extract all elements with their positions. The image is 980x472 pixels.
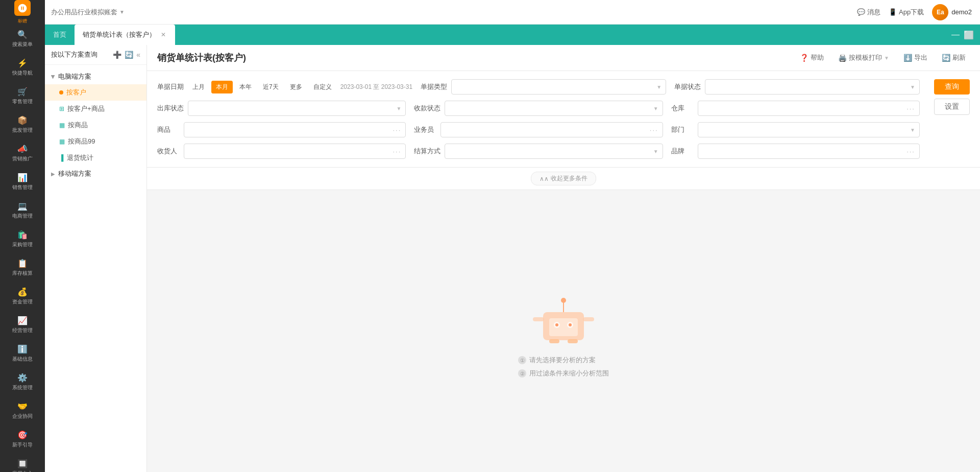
refresh-scheme-button[interactable]: 🔄 — [125, 51, 133, 59]
doc-type-select[interactable]: ▼ — [451, 79, 666, 95]
main-area: 按以下方案查询 ➕ 🔄 « ▶ 电脑端方案 按客户 — [45, 45, 980, 472]
empty-hint-label-1: 请先选择要分析的方案 — [529, 356, 596, 365]
sidebar-item-ecommerce[interactable]: 💻 电商管理 — [0, 196, 45, 225]
marketing-icon: 📣 — [17, 144, 28, 154]
tab-home[interactable]: 首页 — [45, 25, 75, 45]
app-download-label: App下载 — [899, 8, 924, 17]
tree-item-label: 按客户+商品 — [67, 104, 105, 113]
sidebar-item-newbie[interactable]: 🎯 新手引导 — [0, 425, 45, 454]
dept-label: 部门 — [671, 125, 694, 134]
date-btn-last-month[interactable]: 上月 — [188, 81, 209, 93]
refresh-button[interactable]: 🔄 刷新 — [938, 51, 970, 64]
sales-mgmt-icon: 📊 — [17, 173, 28, 182]
sidebar-item-system[interactable]: ⚙️ 系统管理 — [0, 368, 45, 396]
date-btn-custom[interactable]: 自定义 — [309, 81, 336, 93]
industry-name: 办公用品行业模拟账套 — [51, 8, 117, 17]
print-chevron-icon: ▼ — [884, 55, 889, 61]
sidebar-item-finance[interactable]: 💰 资金管理 — [0, 282, 45, 311]
print-button[interactable]: 🖨️ 按模板打印 ▼ — [834, 51, 893, 64]
maximize-icon[interactable]: ⬜ — [964, 30, 974, 40]
tree-children-pc: 按客户 ⊞ 按客户+商品 ▦ 按商品 ▦ 按商品99 ▐ — [45, 84, 146, 166]
logo-icon — [14, 0, 31, 16]
sidebar-item-appstore[interactable]: 🔲 应用中心 — [0, 454, 45, 472]
dept-select[interactable]: ▼ — [698, 122, 920, 137]
sidebar-item-retail[interactable]: 🛒 零售管理 — [0, 82, 45, 110]
sidebar-item-inventory[interactable]: 📋 库存核算 — [0, 253, 45, 282]
sidebar-item-label: 企业协同 — [12, 413, 33, 420]
date-btn-more[interactable]: 更多 — [285, 81, 307, 93]
collab-icon: 🤝 — [17, 402, 28, 411]
sidebar-item-marketing[interactable]: 📣 营销推广 — [0, 139, 45, 168]
sidebar-item-search[interactable]: 🔍 搜索菜单 — [0, 25, 45, 53]
date-range-display: 2023-03-01 至 2023-03-31 — [340, 83, 412, 91]
collapse-bar: ∧∧ 收起更多条件 — [147, 168, 980, 190]
sidebar-item-purchase[interactable]: 🛍️ 采购管理 — [0, 225, 45, 253]
date-btn-7days[interactable]: 近7天 — [258, 81, 283, 93]
svg-rect-1 — [549, 318, 578, 336]
sidebar-item-label: 电商管理 — [12, 213, 33, 220]
tree-group-pc-header[interactable]: ▶ 电脑端方案 — [45, 69, 146, 84]
svg-point-7 — [561, 298, 566, 303]
collapse-panel-button[interactable]: « — [136, 51, 140, 59]
appstore-icon: 🔲 — [17, 459, 28, 468]
app-download-button[interactable]: 📱 App下载 — [889, 8, 924, 17]
export-button[interactable]: ⬇️ 导出 — [899, 51, 932, 64]
sidebar-item-wholesale[interactable]: 📦 批发管理 — [0, 110, 45, 139]
bar-icon: ▐ — [59, 154, 64, 161]
payment-label: 结算方式 — [414, 147, 440, 156]
tree-item-return-stat[interactable]: ▐ 退货统计 — [45, 150, 146, 166]
sidebar-item-collab[interactable]: 🤝 企业协同 — [0, 396, 45, 425]
tab-close-icon[interactable]: ✕ — [160, 30, 167, 39]
sidebar-item-sales-mgmt[interactable]: 📊 销售管理 — [0, 168, 45, 196]
collapse-label: 收起更多条件 — [551, 174, 587, 183]
chevron-down-icon: ▼ — [910, 84, 915, 90]
date-label: 单据日期 — [157, 82, 184, 91]
page-title: 销货单统计表(按客户) — [157, 52, 246, 64]
out-status-select[interactable]: ▼ — [188, 101, 406, 116]
salesperson-select[interactable]: ··· — [440, 122, 663, 137]
brand-label: 品牌 — [671, 147, 694, 156]
dots-icon: ··· — [393, 148, 401, 155]
help-icon: ❓ — [800, 54, 808, 62]
operation-icon: 📈 — [17, 316, 28, 325]
payment-select[interactable]: ▼ — [445, 144, 663, 159]
industry-selector[interactable]: 办公用品行业模拟账套 ▼ — [51, 8, 125, 17]
recv-status-select[interactable]: ▼ — [445, 101, 663, 116]
tree-item-by-product[interactable]: ▦ 按商品 — [45, 117, 146, 133]
warehouse-select[interactable]: ··· — [698, 101, 920, 116]
collapse-button[interactable]: ∧∧ 收起更多条件 — [531, 172, 596, 185]
sidebar-item-quick[interactable]: ⚡ 快捷导航 — [0, 53, 45, 82]
tree-item-by-customer-product[interactable]: ⊞ 按客户+商品 — [45, 101, 146, 117]
settings-button[interactable]: 设置 — [934, 99, 970, 115]
tree-group-mobile-header[interactable]: ▶ 移动端方案 — [45, 166, 146, 181]
tree-item-by-customer[interactable]: 按客户 — [45, 84, 146, 101]
sidebar-item-label: 销售管理 — [12, 184, 33, 191]
empty-hints: ① 请先选择要分析的方案 ② 用过滤条件来缩小分析范围 — [518, 356, 609, 378]
query-button[interactable]: 查询 — [934, 79, 970, 95]
salesperson-label: 业务员 — [414, 125, 436, 134]
chevron-down-icon: ▼ — [396, 106, 401, 111]
message-label: 消息 — [867, 8, 880, 17]
sidebar-item-basic[interactable]: ℹ️ 基础信息 — [0, 339, 45, 368]
date-btn-this-year[interactable]: 本年 — [235, 81, 256, 93]
tab-sales-stat[interactable]: 销货单统计表（按客户） ✕ — [75, 25, 175, 45]
sidebar-item-label: 应用中心 — [12, 470, 33, 472]
goods-select[interactable]: ··· — [184, 122, 406, 137]
doc-status-select[interactable]: ▼ — [705, 79, 920, 95]
sidebar-item-operation[interactable]: 📈 经营管理 — [0, 311, 45, 339]
add-scheme-button[interactable]: ➕ — [113, 51, 121, 59]
tree-item-by-product99[interactable]: ▦ 按商品99 — [45, 133, 146, 150]
system-icon: ⚙️ — [17, 373, 28, 383]
message-button[interactable]: 💬 消息 — [857, 8, 880, 17]
export-icon: ⬇️ — [903, 54, 912, 62]
sidebar-item-label: 新手引导 — [12, 441, 33, 449]
user-area[interactable]: Ea demo2 — [932, 4, 972, 20]
print-label: 按模板打印 — [849, 53, 882, 62]
brand-select[interactable]: ··· — [698, 144, 920, 159]
minimize-icon[interactable]: — — [951, 30, 960, 39]
sidebar: 标赠 🔍 搜索菜单 ⚡ 快捷导航 🛒 零售管理 📦 批发管理 📣 营销推广 📊 … — [0, 0, 45, 472]
consignee-select[interactable]: ··· — [184, 144, 406, 159]
help-button[interactable]: ❓ 帮助 — [796, 51, 828, 64]
username-label: demo2 — [951, 8, 972, 16]
date-btn-this-month[interactable]: 本月 — [211, 81, 233, 93]
